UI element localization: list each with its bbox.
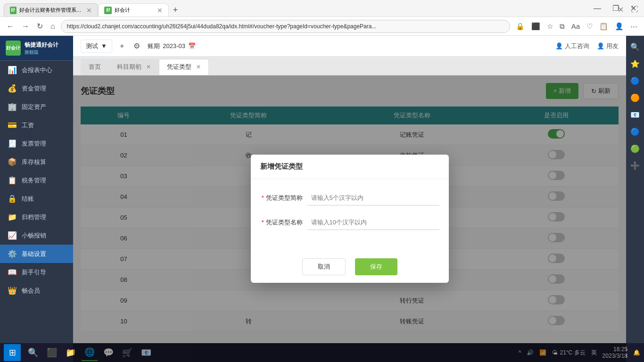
tab-favicon-2: 好 xyxy=(104,7,112,14)
sidebar-item-finance[interactable]: 💰 资金管理 xyxy=(0,79,73,98)
logo-badge: 旗舰版 xyxy=(25,49,58,56)
right-panel-circle2-icon[interactable]: 🔵 xyxy=(628,124,642,139)
forward-button[interactable]: → xyxy=(20,20,31,33)
taskbar-search[interactable]: 🔍 xyxy=(25,344,41,361)
tab-home-label: 首页 xyxy=(89,63,101,71)
sidebar-item-tax[interactable]: 📋 税务管理 xyxy=(0,171,73,189)
tab-voucher-type[interactable]: 凭证类型 ✕ xyxy=(159,59,209,75)
back-button[interactable]: ← xyxy=(5,20,16,33)
assets-icon: 🏢 xyxy=(8,102,17,111)
collections-icon[interactable]: 📋 xyxy=(597,20,610,33)
company-name: 测试 xyxy=(86,42,98,50)
tab-subjects[interactable]: 科目期初 ✕ xyxy=(109,59,159,75)
extensions-icon[interactable]: ⬛ xyxy=(529,20,542,33)
page-area: 凭证类型 + 新增 ↻ 刷新 编号 凭证类型简称 凭证类型名称 是否启用 xyxy=(73,75,626,362)
sidebar-label-archive: 归档管理 xyxy=(22,213,46,222)
sidebar-label-assets: 固定资产 xyxy=(22,103,46,111)
consult-button[interactable]: 👤 人工咨询 xyxy=(555,42,589,50)
sidebar-item-salary[interactable]: 💳 工资 xyxy=(0,116,73,134)
sidebar-label-salary: 工资 xyxy=(22,121,34,130)
sidebar-label-dashboard: 会报表中心 xyxy=(22,66,52,74)
save-button[interactable]: 保存 xyxy=(355,258,397,275)
right-panel-email-icon[interactable]: 📧 xyxy=(628,107,642,122)
right-panel-green-icon[interactable]: 🟢 xyxy=(628,141,642,156)
sidebar-item-guide[interactable]: 📖 新手引导 xyxy=(0,263,73,281)
cancel-button[interactable]: 取消 xyxy=(302,258,346,275)
sidebar: 好会计 畅捷通好会计 旗舰版 📊 会报表中心 💰 资金管理 🏢 固定资产 💳 工… xyxy=(0,36,73,362)
sidebar-label-tax: 税务管理 xyxy=(22,176,46,185)
security-icon: 🔒 xyxy=(514,20,527,33)
tab-voucher-type-close[interactable]: ✕ xyxy=(196,64,201,70)
dashboard-icon: 📊 xyxy=(8,66,17,74)
member-icon: 👑 xyxy=(8,286,17,295)
tab-close-1[interactable]: ✕ xyxy=(86,7,92,14)
tab-subjects-label: 科目期初 xyxy=(117,63,141,71)
main-content: 测试 ▼ + ⚙ 账期 2023-03 📅 👤 人工咨询 👤 用友 xyxy=(73,36,626,362)
settings-btn[interactable]: ⚙ xyxy=(132,40,142,52)
form-row-short: 凭证类型简称 xyxy=(260,190,439,206)
sidebar-item-member[interactable]: 👑 畅会员 xyxy=(0,281,73,300)
right-panel-search-icon[interactable]: 🔍 xyxy=(628,40,642,54)
profile-icon[interactable]: 👤 xyxy=(613,20,626,33)
right-panel: 🔍 ⭐ 🔵 🟠 📧 🔵 🟢 ➕ xyxy=(626,36,644,362)
sidebar-item-inventory[interactable]: 📦 库存核算 xyxy=(0,153,73,171)
right-panel-add-icon[interactable]: ➕ xyxy=(628,158,642,173)
start-button[interactable]: ⊞ xyxy=(4,344,21,361)
period-display: 账期 2023-03 📅 xyxy=(148,42,196,50)
modal-footer: 取消 保存 xyxy=(251,251,449,283)
topbar-right: 👤 人工咨询 👤 用友 xyxy=(555,42,619,50)
sidebar-label-guide: 新手引导 xyxy=(22,268,46,277)
browser-tab-2[interactable]: 好 好会计 ✕ xyxy=(98,3,169,16)
sidebar-item-archive[interactable]: 📁 归档管理 xyxy=(0,208,73,226)
modal-overlay[interactable]: 新增凭证类型 凭证类型简称 凭证类型名称 取消 xyxy=(73,75,626,362)
refresh-nav-button[interactable]: ↻ xyxy=(35,20,45,33)
tab-home[interactable]: 首页 xyxy=(81,59,109,75)
sidebar-item-invoice[interactable]: 🧾 发票管理 xyxy=(0,134,73,153)
form-input-name[interactable] xyxy=(307,215,439,230)
minimize-button[interactable]: — xyxy=(590,3,605,14)
app-container: 好会计 畅捷通好会计 旗舰版 📊 会报表中心 💰 资金管理 🏢 固定资产 💳 工… xyxy=(0,36,644,362)
period-label: 账期 xyxy=(148,42,160,50)
form-input-short[interactable] xyxy=(307,190,439,206)
consult-icon: 👤 xyxy=(555,42,563,49)
company-select[interactable]: 测试 ▼ xyxy=(81,40,112,53)
menu-icon[interactable]: ⋯ xyxy=(628,20,639,33)
reader-icon[interactable]: Aa xyxy=(570,20,582,32)
sidebar-item-report[interactable]: 📈 小畅报销 xyxy=(0,226,73,245)
user-button[interactable]: 👤 用友 xyxy=(597,42,619,50)
right-panel-star-icon[interactable]: ⭐ xyxy=(628,57,642,71)
sidebar-item-assets[interactable]: 🏢 固定资产 xyxy=(0,98,73,116)
tab-voucher-type-label: 凭证类型 xyxy=(167,63,191,71)
modal-body: 凭证类型简称 凭证类型名称 xyxy=(251,179,449,251)
home-button[interactable]: ⌂ xyxy=(49,20,57,33)
tax-icon: 📋 xyxy=(8,176,17,185)
sidebar-label-settings: 基础设置 xyxy=(22,250,46,258)
sidebar-item-dashboard[interactable]: 📊 会报表中心 xyxy=(0,61,73,79)
bookmark-icon[interactable]: ☆ xyxy=(545,20,555,33)
address-input[interactable] xyxy=(61,20,510,33)
sidebar-logo: 好会计 畅捷通好会计 旗舰版 xyxy=(0,36,73,61)
taskbar-taskview[interactable]: ⬛ xyxy=(43,344,60,361)
new-tab-button[interactable]: + xyxy=(169,3,182,16)
sidebar-item-checkout[interactable]: 🔒 结账 xyxy=(0,189,73,208)
consult-label: 人工咨询 xyxy=(565,42,589,50)
right-panel-circle1-icon[interactable]: 🔵 xyxy=(628,74,642,88)
tab-close-2[interactable]: ✕ xyxy=(157,7,163,14)
tab-subjects-close[interactable]: ✕ xyxy=(146,64,151,70)
browser-tabs: 好 好会计云财务软件管理系统_会计 ✕ 好 好会计 ✕ + xyxy=(4,0,590,16)
sidebar-label-checkout: 结账 xyxy=(22,195,34,203)
tab-label-2: 好会计 xyxy=(115,7,130,14)
sidebar-item-settings[interactable]: ⚙️ 基础设置 xyxy=(0,245,73,263)
inventory-icon: 📦 xyxy=(8,157,17,166)
calendar-icon: 📅 xyxy=(188,42,196,49)
content-tabs: 首页 科目期初 ✕ 凭证类型 ✕ ✕ ⛶ xyxy=(73,57,626,75)
browser-tab-1[interactable]: 好 好会计云财务软件管理系统_会计 ✕ xyxy=(4,3,98,16)
app-topbar: 测试 ▼ + ⚙ 账期 2023-03 📅 👤 人工咨询 👤 用友 xyxy=(73,36,626,57)
right-panel-orange-icon[interactable]: 🟠 xyxy=(628,90,642,105)
taskbar-notification-bell[interactable]: 🔔 xyxy=(633,349,640,356)
form-label-name: 凭证类型名称 xyxy=(260,218,307,227)
add-company-btn[interactable]: + xyxy=(118,40,126,52)
favorites-icon[interactable]: ♡ xyxy=(585,20,594,33)
split-icon[interactable]: ⧉ xyxy=(558,20,567,33)
guide-icon: 📖 xyxy=(8,268,17,277)
